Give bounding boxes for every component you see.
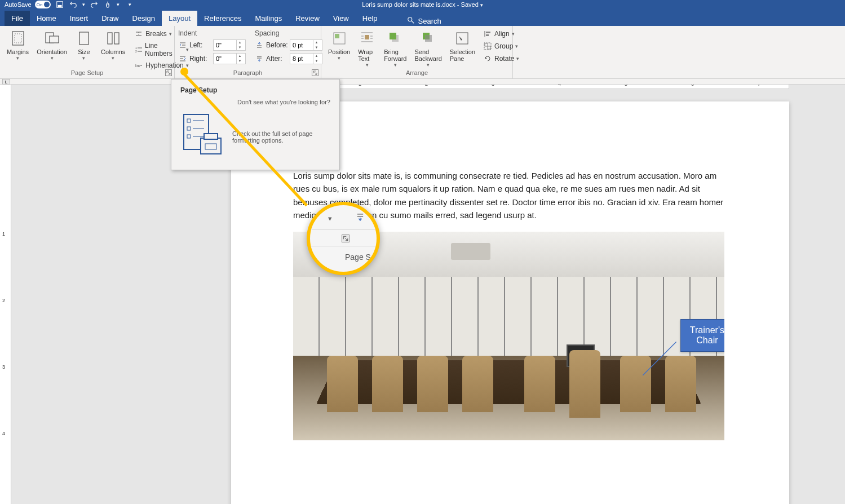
- toggle-state: On: [37, 2, 43, 7]
- spinner-down-icon[interactable]: ▼: [313, 45, 320, 50]
- group-arrange: Position ▾ Wrap Text ▾ Bring Forward ▾ S…: [321, 26, 513, 78]
- magnified-chevron-icon: ▾: [328, 214, 332, 223]
- wrap-text-icon: [358, 29, 376, 47]
- margins-icon: [9, 29, 27, 47]
- search-box[interactable]: Search: [407, 16, 441, 26]
- svg-rect-30: [335, 34, 339, 38]
- chevron-down-icon: ▾: [16, 55, 19, 61]
- align-button[interactable]: Align ▾: [481, 28, 521, 39]
- size-label: Size: [78, 48, 90, 55]
- qat-customize-icon[interactable]: ▾: [129, 2, 131, 7]
- callout-text-1: Trainer's: [690, 325, 724, 335]
- tab-help[interactable]: Help: [356, 11, 384, 26]
- spinner-up-icon[interactable]: ▲: [236, 40, 243, 45]
- rotate-label: Rotate: [494, 55, 514, 63]
- save-icon[interactable]: [55, 0, 64, 9]
- chevron-down-icon: ▾: [366, 62, 369, 68]
- spinner-down-icon[interactable]: ▼: [236, 45, 243, 50]
- breaks-label: Breaks: [145, 30, 166, 38]
- autosave-toggle[interactable]: AutoSave On: [5, 1, 51, 8]
- tab-review[interactable]: Review: [289, 11, 326, 26]
- ribbon: Margins ▾ Orientation ▾ Size ▾ Columns ▾: [0, 26, 845, 79]
- position-label: Position: [328, 48, 350, 55]
- chevron-down-icon: ▾: [82, 55, 85, 61]
- svg-text:2: 2: [135, 50, 137, 53]
- callout-box[interactable]: Trainer's Chair: [680, 319, 724, 352]
- toggle-switch[interactable]: On: [35, 1, 51, 8]
- touch-dropdown-icon[interactable]: ▾: [117, 2, 120, 7]
- spacing-after-input[interactable]: [290, 55, 313, 62]
- group-paragraph: Indent Left: ▲▼ Right: ▲▼ Spacing Before…: [175, 26, 321, 78]
- spacing-before-spinner[interactable]: ▲▼: [290, 39, 322, 51]
- tab-layout[interactable]: Layout: [162, 11, 197, 26]
- rotate-button[interactable]: Rotate ▾: [481, 53, 521, 64]
- spacing-before-input[interactable]: [290, 42, 313, 48]
- undo-dropdown-icon[interactable]: ▾: [82, 2, 85, 7]
- send-backward-label: Send Backward: [414, 48, 441, 62]
- ruler-tab-selector[interactable]: L: [2, 79, 10, 85]
- v-ruler-mark: 2: [2, 298, 5, 303]
- tab-design[interactable]: Design: [126, 11, 162, 26]
- spinner-up-icon[interactable]: ▲: [313, 40, 320, 45]
- indent-right-input[interactable]: [214, 55, 236, 62]
- paragraph-group-label: Paragraph: [175, 68, 321, 77]
- before-label: Before:: [266, 41, 287, 49]
- search-label: Search: [418, 17, 441, 25]
- spacing-after-icon: [255, 54, 264, 63]
- svg-rect-8: [79, 32, 89, 45]
- svg-rect-57: [201, 138, 221, 154]
- tab-draw[interactable]: Draw: [95, 11, 125, 26]
- undo-icon[interactable]: [69, 0, 78, 9]
- tab-references[interactable]: References: [197, 11, 248, 26]
- spinner-down-icon[interactable]: ▼: [313, 59, 320, 64]
- svg-rect-55: [187, 135, 191, 138]
- vertical-ruler[interactable]: 1 2 3 4: [0, 85, 11, 504]
- spinner-up-icon[interactable]: ▲: [236, 54, 243, 59]
- spacing-header: Spacing: [255, 29, 322, 37]
- ruler-mark: 3: [492, 85, 494, 87]
- chevron-down-icon: ▾: [516, 56, 519, 61]
- arrange-group-label: Arrange: [321, 68, 512, 77]
- indent-right-spinner[interactable]: ▲▼: [213, 53, 246, 64]
- indent-left-spinner[interactable]: ▲▼: [213, 39, 246, 51]
- redo-icon[interactable]: [90, 0, 99, 9]
- document-title: Loris sump dolor sits mate is.docx: [362, 1, 455, 8]
- title-dropdown-icon[interactable]: ▾: [480, 2, 483, 8]
- chevron-down-icon: ▾: [112, 55, 114, 61]
- line-numbers-icon: 12: [134, 45, 143, 54]
- chevron-down-icon: ▾: [427, 62, 430, 68]
- paragraph-dialog-launcher[interactable]: [312, 69, 318, 76]
- chevron-down-icon: ▾: [169, 31, 172, 37]
- svg-rect-10: [114, 33, 119, 44]
- after-label: After:: [266, 55, 287, 63]
- indent-left-input[interactable]: [214, 42, 236, 48]
- svg-rect-47: [488, 46, 490, 49]
- magnified-dialog-launcher: [342, 235, 349, 242]
- ruler-mark: 7: [758, 85, 760, 87]
- ruler-mark: 4: [558, 85, 561, 87]
- spinner-down-icon[interactable]: ▼: [236, 59, 243, 64]
- spacing-after-spinner[interactable]: ▲▼: [290, 53, 322, 64]
- ruler-mark: 5: [625, 85, 627, 87]
- document-canvas[interactable]: 1 2 3 4 5 6 7 Loris sump dolor sits mate…: [11, 85, 845, 504]
- tab-file[interactable]: File: [5, 11, 30, 26]
- svg-rect-53: [187, 127, 191, 130]
- send-backward-icon: [419, 29, 437, 47]
- page-setup-dialog-launcher[interactable]: [165, 69, 172, 76]
- tab-mailings[interactable]: Mailings: [249, 11, 289, 26]
- svg-rect-39: [390, 33, 396, 39]
- spacing-before-icon: [255, 41, 264, 50]
- tab-home[interactable]: Home: [30, 11, 63, 26]
- touch-mode-icon[interactable]: [103, 0, 112, 9]
- svg-rect-41: [425, 35, 432, 42]
- svg-rect-46: [485, 43, 488, 46]
- svg-text:bc: bc: [135, 63, 140, 68]
- tab-view[interactable]: View: [326, 11, 356, 26]
- bring-forward-icon: [386, 29, 404, 47]
- callout-text-2: Chair: [690, 335, 724, 346]
- tab-insert[interactable]: Insert: [63, 11, 95, 26]
- spinner-up-icon[interactable]: ▲: [313, 54, 320, 59]
- group-button[interactable]: Group ▾: [481, 41, 521, 52]
- v-ruler-mark: 1: [2, 231, 5, 237]
- indent-left-icon: [178, 41, 187, 50]
